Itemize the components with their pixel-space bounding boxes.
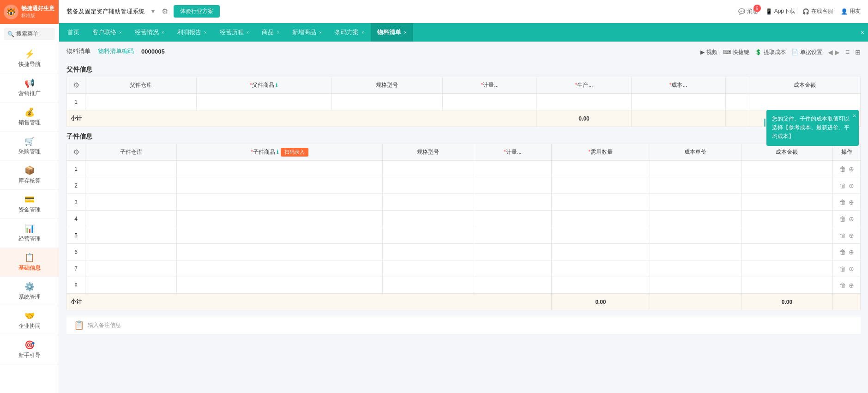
tab-barcode[interactable]: 条码方案 × — [328, 23, 371, 42]
tab-profit[interactable]: 利润报告 × — [171, 23, 213, 42]
child-row-7-warehouse[interactable] — [85, 260, 177, 277]
message-icon-item[interactable]: 💬 6 消息 — [738, 7, 758, 15]
dropdown-icon[interactable]: ▼ — [150, 8, 156, 15]
child-row-7-goods[interactable] — [177, 260, 383, 277]
service-item[interactable]: 🎧 在线客服 — [802, 7, 833, 15]
child-row-4-spec[interactable] — [382, 211, 474, 227]
child-row-6-spec[interactable] — [382, 244, 474, 260]
child-row-1-goods[interactable] — [177, 161, 383, 177]
tab-customer[interactable]: 客户联络 × — [86, 23, 128, 42]
child-row-5-quantity[interactable] — [551, 227, 650, 244]
info-icon[interactable]: ℹ — [277, 149, 279, 155]
child-row-1-quantity[interactable] — [551, 161, 650, 177]
tab-bom-close[interactable]: × — [404, 30, 407, 35]
toolbar-view[interactable]: ▶ 视频 — [700, 48, 717, 56]
child-row-3-warehouse[interactable] — [85, 194, 177, 211]
child-row-1-warehouse[interactable] — [85, 161, 177, 177]
child-row-7-unit[interactable] — [474, 260, 551, 277]
delete-icon[interactable]: 🗑 — [839, 199, 846, 206]
child-row-5-unit[interactable] — [474, 227, 551, 244]
child-row-8-quantity[interactable] — [551, 277, 650, 294]
toolbar-bill[interactable]: 📄 单据设置 — [791, 48, 822, 56]
child-row-7-cost-price[interactable] — [650, 260, 741, 277]
tab-history[interactable]: 经营历程 × — [213, 23, 256, 42]
sidebar-item-quick-nav[interactable]: ⚡ 快捷导航 — [0, 44, 59, 73]
sidebar-item-inventory[interactable]: 📦 库存核算 — [0, 161, 59, 190]
parent-row-warehouse[interactable] — [85, 94, 197, 110]
child-row-3-unit[interactable] — [474, 194, 551, 211]
delete-icon[interactable]: 🗑 — [839, 232, 846, 239]
child-row-5-warehouse[interactable] — [85, 227, 177, 244]
parent-settings-gear[interactable]: ⚙ — [73, 81, 79, 89]
copy-icon[interactable]: ⊕ — [849, 265, 854, 272]
copy-icon[interactable]: ⊕ — [849, 248, 854, 256]
scan-button[interactable]: 扫码录入 — [281, 148, 308, 157]
close-all-tabs[interactable]: × — [859, 27, 866, 38]
parent-row-unit[interactable] — [443, 94, 537, 110]
child-row-8-unit[interactable] — [474, 277, 551, 294]
child-row-4-cost-price[interactable] — [650, 211, 741, 227]
toolbar-cost[interactable]: 💲 提取成本 — [755, 48, 786, 56]
child-row-7-quantity[interactable] — [551, 260, 650, 277]
nav-prev-icon[interactable]: ◀ — [828, 48, 833, 56]
parent-row-goods[interactable] — [196, 94, 331, 110]
child-row-4-unit[interactable] — [474, 211, 551, 227]
child-row-2-goods[interactable] — [177, 177, 383, 194]
info-icon[interactable]: ℹ — [276, 82, 278, 88]
toolbar-shortcut[interactable]: ⌨ 快捷键 — [723, 48, 749, 56]
grid-icon[interactable]: ≡ — [845, 48, 850, 56]
delete-icon[interactable]: 🗑 — [839, 265, 846, 272]
tab-operation-status[interactable]: 经营情况 × — [128, 23, 171, 42]
delete-icon[interactable]: 🗑 — [839, 282, 846, 289]
child-row-2-unit[interactable] — [474, 177, 551, 194]
delete-icon[interactable]: 🗑 — [839, 182, 846, 189]
child-row-6-cost-price[interactable] — [650, 244, 741, 260]
child-row-8-spec[interactable] — [382, 277, 474, 294]
child-row-2-cost-price[interactable] — [650, 177, 741, 194]
tab-history-close[interactable]: × — [247, 30, 249, 35]
user-profile[interactable]: 👤 用友 — [841, 7, 861, 15]
delete-icon[interactable]: 🗑 — [839, 248, 846, 256]
tab-new-goods-close[interactable]: × — [319, 30, 322, 35]
delete-icon[interactable]: 🗑 — [839, 165, 846, 173]
child-row-3-quantity[interactable] — [551, 194, 650, 211]
child-row-6-warehouse[interactable] — [85, 244, 177, 260]
tab-operation-status-close[interactable]: × — [162, 30, 164, 35]
sidebar-item-basic[interactable]: 📋 基础信息 — [0, 248, 59, 277]
child-row-4-warehouse[interactable] — [85, 211, 177, 227]
tab-home[interactable]: 首页 — [61, 23, 86, 42]
child-row-4-quantity[interactable] — [551, 211, 650, 227]
expand-icon[interactable]: ⊞ — [855, 48, 861, 56]
sidebar-item-operation[interactable]: 📊 经营管理 — [0, 219, 59, 248]
child-row-1-unit[interactable] — [474, 161, 551, 177]
child-row-5-cost-price[interactable] — [650, 227, 741, 244]
trial-button[interactable]: 体验行业方案 — [174, 5, 220, 18]
child-row-2-spec[interactable] — [382, 177, 474, 194]
sidebar-item-guide[interactable]: 🎯 新手引导 — [0, 335, 59, 364]
tab-bom[interactable]: 物料清单 × — [371, 23, 413, 42]
child-row-1-cost-price[interactable] — [650, 161, 741, 177]
sidebar-item-sales[interactable]: 💰 销售管理 — [0, 103, 59, 132]
sidebar-item-collab[interactable]: 🤝 企业协同 — [0, 306, 59, 335]
app-download-item[interactable]: 📱 App下载 — [766, 7, 795, 15]
copy-icon[interactable]: ⊕ — [849, 182, 854, 189]
child-settings-gear[interactable]: ⚙ — [73, 148, 79, 156]
copy-icon[interactable]: ⊕ — [849, 165, 854, 173]
copy-icon[interactable]: ⊕ — [849, 199, 854, 206]
tab-profit-close[interactable]: × — [204, 30, 207, 35]
tab-goods-close[interactable]: × — [277, 30, 279, 35]
parent-row-spec[interactable] — [332, 94, 443, 110]
child-row-6-unit[interactable] — [474, 244, 551, 260]
tab-barcode-close[interactable]: × — [362, 30, 364, 35]
search-menu-button[interactable]: 🔍 搜索菜单 — [4, 28, 55, 40]
bottom-bar-text[interactable]: 输入备注信息 — [88, 321, 121, 329]
nav-next-icon[interactable]: ▶ — [835, 48, 840, 56]
delete-icon[interactable]: 🗑 — [839, 215, 846, 223]
child-row-2-warehouse[interactable] — [85, 177, 177, 194]
copy-icon[interactable]: ⊕ — [849, 282, 854, 289]
sidebar-item-purchase[interactable]: 🛒 采购管理 — [0, 132, 59, 161]
tab-new-goods[interactable]: 新增商品 × — [286, 23, 328, 42]
copy-icon[interactable]: ⊕ — [849, 232, 854, 239]
tooltip-close-button[interactable]: × — [853, 112, 856, 121]
child-row-3-cost-price[interactable] — [650, 194, 741, 211]
